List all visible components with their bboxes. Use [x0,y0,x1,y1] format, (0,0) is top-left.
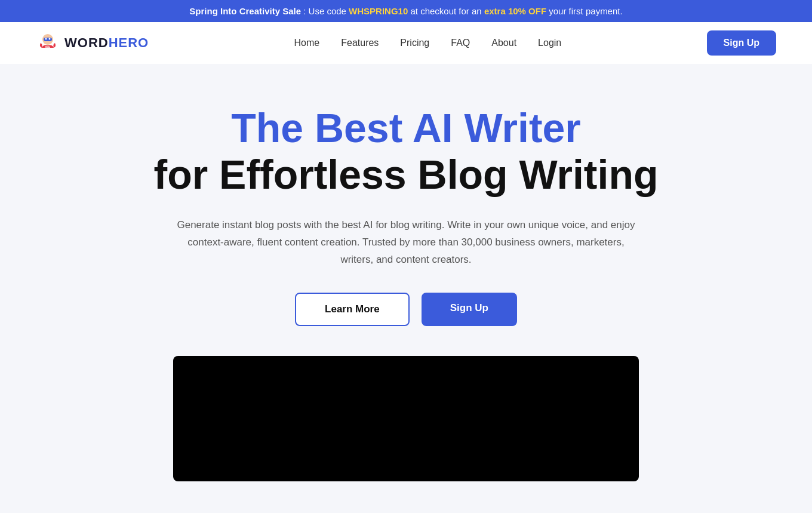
banner-end-text: your first payment. [549,6,622,16]
banner-discount-text: extra 10% OFF [484,6,546,16]
hero-cta-buttons: Learn More Sign Up [24,293,788,326]
logo-mascot-icon: WH [36,31,60,55]
nav-item-home[interactable]: Home [294,38,320,48]
svg-point-2 [45,38,47,40]
banner-middle-text: : Use code [303,6,349,16]
nav-item-features[interactable]: Features [341,38,379,48]
navbar: WH WORDHERO Home Features Pricing FAQ Ab… [0,22,812,64]
hero-title-line1: The Best AI Writer [24,106,788,150]
nav-link-faq[interactable]: FAQ [451,38,470,48]
hero-description: Generate instant blog posts with the bes… [173,217,639,269]
nav-link-home[interactable]: Home [294,38,320,48]
hero-video [173,356,639,481]
hero-title: The Best AI Writer for Effortless Blog W… [24,106,788,199]
announcement-banner: Spring Into Creativity Sale : Use code W… [0,0,812,22]
nav-link-login[interactable]: Login [538,38,561,48]
nav-link-about[interactable]: About [491,38,516,48]
logo-hero: HERO [109,35,149,50]
logo-link[interactable]: WH WORDHERO [36,31,149,55]
learn-more-button[interactable]: Learn More [295,293,410,326]
nav-link-features[interactable]: Features [341,38,379,48]
nav-item-pricing[interactable]: Pricing [400,38,429,48]
nav-item-about[interactable]: About [491,38,516,48]
svg-rect-1 [44,38,52,41]
banner-suffix-text: at checkout for an [410,6,484,16]
svg-point-3 [49,38,51,40]
hero-section: The Best AI Writer for Effortless Blog W… [0,64,812,511]
nav-signup-button[interactable]: Sign Up [707,30,776,56]
nav-link-pricing[interactable]: Pricing [400,38,429,48]
hero-signup-button[interactable]: Sign Up [422,293,517,326]
banner-promo-code: WHSPRING10 [349,6,408,16]
hero-title-line2: for Effortless Blog Writing [24,150,788,199]
logo-text: WORDHERO [64,35,149,51]
nav-item-faq[interactable]: FAQ [451,38,470,48]
nav-item-login[interactable]: Login [538,38,561,48]
banner-sale-text: Spring Into Creativity Sale [189,6,301,16]
logo-word: WORD [64,35,109,50]
svg-text:WH: WH [45,45,51,49]
nav-links: Home Features Pricing FAQ About Login [294,38,562,48]
